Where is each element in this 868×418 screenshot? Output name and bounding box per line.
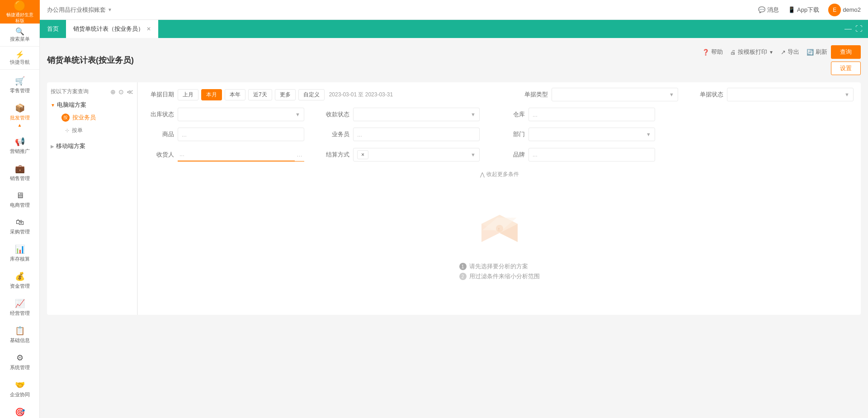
receipt-status-arrow: ▼ <box>471 112 476 117</box>
date-btn-last-month[interactable]: 上月 <box>178 89 198 100</box>
sidebar-item-system[interactable]: ⚙ 系统管理 <box>0 348 39 375</box>
marketing-icon: 📢 <box>15 137 25 147</box>
doc-type-select[interactable]: ▼ <box>552 88 678 101</box>
date-btn-more[interactable]: 更多 <box>275 89 296 100</box>
empty-tips: 1 请先选择要分析的方案 2 用过滤条件来缩小分析范围 <box>459 261 540 282</box>
print-btn[interactable]: 🖨 按模板打印 ▼ <box>730 48 774 56</box>
scheme-group-desktop: ▼ 电脑端方案 按 按业务员 ⊹ 按单 <box>51 99 133 137</box>
goods-value: ... <box>182 131 187 138</box>
tab-maximize-btn[interactable]: ⛶ <box>855 25 863 33</box>
order-scheme-prefix: ⊹ <box>65 128 69 133</box>
doc-type-arrow: ▼ <box>669 92 674 97</box>
help-label: 帮助 <box>711 48 723 56</box>
help-icon: ❓ <box>702 49 709 56</box>
sidebar-item-purchase[interactable]: 🛍 采购管理 <box>0 213 39 240</box>
sidebar-item-wholesale[interactable]: 📦 批发管理 ▲ <box>0 99 39 132</box>
add-scheme-icon[interactable]: ⊕ <box>110 88 116 95</box>
tab-report[interactable]: 销货单统计表（按业务员） ✕ <box>66 20 158 38</box>
edit-scheme-icon[interactable]: ⊙ <box>118 88 124 95</box>
wholesale-icon: 📦 <box>15 103 25 113</box>
app-logo[interactable]: 🟠 畅捷通好生意 标版 <box>0 0 40 24</box>
empty-state: ↑ 1 请先选择要分析的方案 2 用过滤条件来缩小分析范围 <box>145 181 854 309</box>
warehouse-select[interactable]: ... <box>528 108 655 121</box>
tab-minimize-btn[interactable]: — <box>844 25 852 33</box>
collapse-scheme-icon[interactable]: ≪ <box>127 88 133 95</box>
date-label: 单据日期 <box>145 90 174 99</box>
scheme-item-order[interactable]: ⊹ 按单 <box>51 124 133 137</box>
tip-num-1: 1 <box>459 263 467 270</box>
date-btn-custom[interactable]: 自定义 <box>298 89 325 100</box>
app-logo-text: 畅捷通好生意 标版 <box>6 12 33 24</box>
company-selector[interactable]: 办公用品行业模拟账套 ▼ <box>47 6 112 14</box>
collapse-btn[interactable]: ⋀ 收起更多条件 <box>145 168 854 181</box>
message-btn[interactable]: 💬 消息 <box>758 6 779 14</box>
empty-tip-2: 用过滤条件来缩小分析范围 <box>469 272 540 280</box>
out-status-label: 出库状态 <box>145 110 174 119</box>
settlement-tag: × <box>357 150 368 159</box>
brand-label: 品牌 <box>496 151 525 159</box>
sidebar-item-sales[interactable]: 💼 销售管理 <box>0 159 39 186</box>
date-range-display: 2023-03-01 至 2023-03-31 <box>329 91 393 99</box>
sidebar-item-quick[interactable]: ⚡ 快捷导航 <box>0 47 39 70</box>
sidebar-item-retail[interactable]: 🛒 零售管理 <box>0 71 39 99</box>
user-profile[interactable]: E demo2 <box>828 4 861 16</box>
export-icon: ↗ <box>781 49 786 56</box>
doc-status-label: 单据状态 <box>694 90 723 99</box>
settings-btn[interactable]: 设置 <box>831 62 861 75</box>
help-btn[interactable]: ❓ 帮助 <box>702 48 723 56</box>
sidebar-search-label: 搜索菜单 <box>0 36 39 43</box>
doc-status-select[interactable]: ▼ <box>727 88 854 101</box>
sidebar-item-marketing[interactable]: 📢 营销推广 <box>0 132 39 159</box>
sidebar-item-search[interactable]: 🔍 搜索菜单 <box>0 24 39 47</box>
date-btn-7days[interactable]: 近7天 <box>248 89 272 100</box>
brand-select[interactable]: ... <box>528 148 655 162</box>
sidebar-purchase-label: 采购管理 <box>10 228 30 235</box>
settlement-label: 结算方式 <box>321 151 349 159</box>
order-scheme-label: 按单 <box>72 127 83 134</box>
sidebar-marketing-label: 营销推广 <box>10 148 30 155</box>
query-btn[interactable]: 查询 <box>831 45 861 59</box>
mobile-group-label: 移动端方案 <box>56 142 85 150</box>
warehouse-value: ... <box>533 111 538 118</box>
filter-panel: 单据日期 上月 本月 本年 近7天 更多 自定义 2023-03-01 至 20… <box>138 82 861 315</box>
settlement-tag-close[interactable]: × <box>361 152 364 158</box>
tab-close-icon[interactable]: ✕ <box>146 26 151 32</box>
receipt-status-select[interactable]: ▼ <box>353 108 480 121</box>
scheme-group-desktop-title[interactable]: ▼ 电脑端方案 <box>51 99 133 111</box>
export-label: 导出 <box>788 48 799 56</box>
scheme-group-mobile-title[interactable]: ▶ 移动端方案 <box>51 140 133 152</box>
sidebar-item-cooperation[interactable]: 🤝 企业协同 <box>0 375 39 403</box>
filter-row-3: 商品 ... 业务员 ... 部门 ▼ <box>145 128 854 141</box>
sidebar-basic-label: 基础信息 <box>10 337 30 344</box>
sidebar-item-finance[interactable]: 💰 资金管理 <box>0 267 39 294</box>
settlement-select[interactable]: × ▼ <box>353 148 480 162</box>
scheme-header-actions: ⊕ ⊙ ≪ <box>110 88 133 95</box>
date-btn-this-month[interactable]: 本月 <box>201 89 222 100</box>
date-btn-this-year[interactable]: 本年 <box>225 89 245 100</box>
sidebar-item-inventory[interactable]: 📊 库存核算 <box>0 240 39 267</box>
sidebar-item-operation[interactable]: 📈 经营管理 <box>0 294 39 321</box>
page-header-right: ❓ 帮助 🖨 按模板打印 ▼ ↗ 导出 🔄 刷新 <box>702 45 861 75</box>
sidebar-item-guide[interactable]: 🎯 新手引导 <box>0 403 39 418</box>
sidebar-item-ecommerce[interactable]: 🖥 电商管理 <box>0 186 39 213</box>
guide-icon: 🎯 <box>15 407 25 417</box>
salesperson-select[interactable]: ... <box>353 128 480 141</box>
doc-type-label: 单据类型 <box>519 90 548 99</box>
consignee-more-icon[interactable]: … <box>295 151 304 158</box>
sidebar: 🟠 畅捷通好生意 标版 🔍 搜索菜单 ⚡ 快捷导航 🛒 零售管理 📦 批发管理 … <box>0 0 40 418</box>
sidebar-ecommerce-label: 电商管理 <box>10 202 30 209</box>
topbar-right: 💬 消息 📱 App下载 E demo2 <box>758 4 861 16</box>
sidebar-item-basic[interactable]: 📋 基础信息 <box>0 321 39 348</box>
goods-select[interactable]: ... <box>178 128 304 141</box>
export-btn[interactable]: ↗ 导出 <box>781 48 799 56</box>
sidebar-retail-label: 零售管理 <box>10 87 30 94</box>
tab-home[interactable]: 首页 <box>40 20 66 38</box>
out-status-select[interactable]: ▼ <box>178 108 304 121</box>
dept-select[interactable]: ▼ <box>528 128 655 141</box>
refresh-btn[interactable]: 🔄 刷新 <box>807 48 827 56</box>
consignee-input[interactable] <box>178 147 295 161</box>
sidebar-finance-label: 资金管理 <box>10 283 30 290</box>
sidebar-wholesale-label: 批发管理 <box>10 114 30 121</box>
app-download-btn[interactable]: 📱 App下载 <box>788 6 819 14</box>
scheme-item-salesperson[interactable]: 按 按业务员 <box>51 111 133 124</box>
